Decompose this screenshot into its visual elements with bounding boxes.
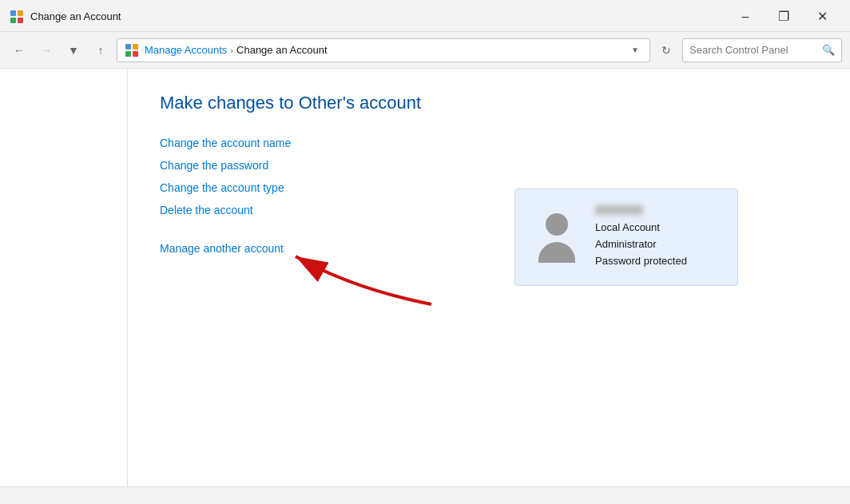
app-icon	[10, 10, 24, 24]
window-title: Change an Account	[30, 10, 121, 22]
maximize-button[interactable]: ❐	[765, 5, 802, 29]
svg-rect-7	[133, 51, 138, 57]
change-account-name-link[interactable]: Change the account name	[160, 137, 291, 149]
account-local: Local Account	[595, 220, 721, 236]
svg-rect-6	[125, 51, 131, 57]
window-controls: – ❐ ✕	[727, 5, 840, 29]
avatar	[531, 212, 582, 263]
breadcrumb-current: Change an Account	[236, 44, 327, 56]
back-button[interactable]: ←	[8, 39, 30, 62]
breadcrumb: Manage Accounts › Change an Account	[145, 44, 622, 56]
account-password-protected: Password protected	[595, 253, 721, 270]
breadcrumb-separator: ›	[230, 46, 233, 55]
account-username-blurred	[595, 205, 643, 215]
svg-rect-3	[18, 18, 23, 23]
main-content: Make changes to Other's account Change t…	[0, 69, 850, 486]
svg-rect-4	[125, 44, 131, 50]
delete-account-link[interactable]: Delete the account	[160, 204, 253, 216]
up-button[interactable]: ↑	[89, 39, 112, 62]
svg-rect-1	[18, 10, 23, 16]
search-bar[interactable]: 🔍	[682, 38, 842, 62]
title-bar: Change an Account – ❐ ✕	[0, 0, 850, 32]
search-button[interactable]: 🔍	[822, 44, 835, 56]
breadcrumb-manage-accounts[interactable]: Manage Accounts	[145, 44, 227, 56]
avatar-body	[538, 242, 575, 263]
recent-button[interactable]: ▼	[62, 39, 85, 62]
close-button[interactable]: ✕	[804, 5, 840, 29]
refresh-button[interactable]: ↻	[655, 39, 677, 62]
address-dropdown-button[interactable]: ▼	[627, 39, 643, 62]
svg-rect-5	[133, 44, 138, 50]
page-title: Make changes to Other's account	[160, 93, 818, 113]
list-item: Change the account name	[160, 136, 818, 150]
change-account-type-link[interactable]: Change the account type	[160, 181, 284, 194]
avatar-head	[546, 213, 568, 236]
status-bar	[0, 486, 850, 504]
account-info: Local Account Administrator Password pro…	[595, 205, 721, 269]
address-icon	[124, 42, 140, 58]
svg-rect-0	[10, 10, 16, 16]
forward-button[interactable]: →	[35, 39, 58, 62]
minimize-button[interactable]: –	[727, 5, 764, 29]
account-admin: Administrator	[595, 236, 721, 253]
manage-another-account-link[interactable]: Manage another account	[160, 242, 284, 255]
content-area: Make changes to Other's account Change t…	[128, 69, 850, 486]
account-card: Local Account Administrator Password pro…	[514, 189, 738, 286]
address-bar[interactable]: Manage Accounts › Change an Account ▼	[117, 38, 650, 62]
side-nav	[0, 69, 128, 486]
list-item: Change the password	[160, 158, 818, 173]
annotation-arrow	[208, 216, 447, 312]
search-input[interactable]	[689, 44, 819, 56]
svg-rect-2	[10, 18, 16, 23]
nav-bar: ← → ▼ ↑ Manage Accounts › Change an Acco…	[0, 32, 850, 69]
change-password-link[interactable]: Change the password	[160, 159, 268, 172]
